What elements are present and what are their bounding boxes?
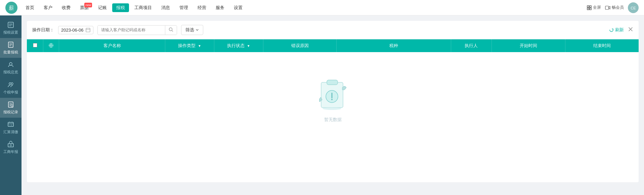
table-header: 客户名称 操作类型 ▼ 执行状态 ▼ 错误原因 税种 执行人 开始时间 [27, 39, 639, 52]
svg-rect-6 [605, 6, 609, 9]
date-label: 操作日期： [32, 27, 54, 33]
chevron-down-icon [196, 28, 199, 32]
toolbar: 操作日期： 2023-06-06 筛选 [27, 21, 639, 39]
close-button[interactable] [628, 27, 633, 33]
nav-service[interactable]: 服务 [212, 3, 228, 12]
svg-rect-16 [8, 144, 13, 147]
select-all-checkbox[interactable] [33, 43, 37, 47]
sidebar-item-settlement[interactable]: 汇算清缴 [0, 118, 22, 138]
nav-tax[interactable]: 报税 [112, 3, 129, 12]
member-label: 畅会员 [612, 5, 624, 10]
filter-label: 筛选 [185, 27, 194, 33]
user-avatar[interactable]: CE [628, 2, 639, 13]
nav-finance[interactable]: 经营 [194, 3, 210, 12]
svg-rect-5 [590, 8, 591, 10]
sidebar-label-tax-records: 报税记录 [3, 110, 18, 114]
filter-button[interactable]: 筛选 [181, 25, 203, 35]
svg-point-14 [11, 105, 13, 107]
th-executor: 执行人 [451, 39, 491, 52]
th-tax-type: 税种 [337, 39, 451, 52]
sidebar-item-tax-records[interactable]: 报税记录 [0, 98, 22, 118]
nav-settings[interactable]: 设置 [230, 3, 247, 12]
svg-rect-17 [10, 145, 11, 146]
calendar-icon [86, 28, 90, 32]
th-start-time: 开始时间 [492, 39, 565, 52]
nav-bizproject[interactable]: 工商项目 [130, 3, 156, 12]
sidebar-item-batch-tax[interactable]: 批量报税 [0, 38, 22, 58]
empty-illustration [313, 72, 353, 113]
annual-report-icon [7, 141, 14, 149]
svg-point-10 [9, 63, 12, 65]
nav-home[interactable]: 首页 [22, 3, 38, 12]
nav-right: 全屏 畅会员 CE [587, 2, 639, 13]
refresh-icon [609, 28, 614, 32]
sidebar-item-annual-report[interactable]: 工商年报 [0, 138, 22, 157]
date-picker[interactable]: 2023-06-06 [58, 26, 93, 34]
tax-summary-icon [7, 61, 14, 69]
refresh-button[interactable]: 刷新 [609, 27, 624, 33]
sidebar-label-settlement: 汇算清缴 [3, 130, 18, 134]
th-checkbox[interactable] [27, 39, 43, 52]
sidebar-label-annual-report: 工商年报 [3, 150, 18, 154]
nav-manage[interactable]: 管理 [175, 3, 192, 12]
empty-state: 暂无数据 [27, 52, 639, 136]
data-table: 客户名称 操作类型 ▼ 执行状态 ▼ 错误原因 税种 执行人 开始时间 [27, 39, 639, 52]
search-button[interactable] [165, 26, 177, 35]
close-icon [628, 27, 633, 32]
sidebar-label-tax-summary: 报税总览 [3, 70, 18, 74]
sidebar-label-batch-tax: 批量报税 [3, 50, 18, 54]
svg-point-20 [50, 44, 52, 46]
sidebar-label-tax-settings: 报税设置 [3, 30, 18, 35]
search-box [97, 25, 177, 35]
th-customer: 客户名称 [59, 39, 165, 52]
member-btn[interactable]: 畅会员 [605, 5, 624, 10]
th-end-time: 结束时间 [565, 39, 639, 52]
app-logo[interactable]: 薪 [5, 2, 17, 14]
new-badge: new [84, 3, 92, 7]
svg-point-25 [331, 99, 333, 100]
svg-rect-18 [86, 28, 90, 32]
nav-account[interactable]: 记账 [94, 3, 111, 12]
avatar-image: CE [628, 2, 639, 13]
settlement-icon [7, 121, 14, 129]
fullscreen-btn[interactable]: 全屏 [587, 5, 601, 10]
tax-settings-icon [7, 22, 14, 29]
svg-text:薪: 薪 [9, 5, 14, 11]
avatar-initials: CE [631, 6, 636, 10]
svg-rect-15 [8, 122, 13, 126]
page-panel: 操作日期： 2023-06-06 筛选 [27, 21, 639, 182]
fullscreen-icon [587, 5, 592, 10]
settings-icon [49, 43, 53, 48]
nav-items: 首页 客户 收费 票据 new 记账 报税 工商项目 消息 管理 经营 服务 设… [22, 3, 587, 12]
sidebar: 报税设置 批量报税 报税总览 个税申报 [0, 15, 22, 195]
svg-point-12 [11, 83, 13, 85]
sidebar-label-personal-tax: 个税申报 [3, 90, 18, 94]
th-op-type[interactable]: 操作类型 ▼ [165, 39, 214, 52]
fullscreen-label: 全屏 [593, 5, 601, 10]
svg-point-11 [9, 83, 11, 85]
refresh-label: 刷新 [615, 27, 624, 33]
top-nav: 薪 首页 客户 收费 票据 new 记账 报税 工商项目 消息 管理 经营 服务… [0, 0, 644, 15]
svg-rect-3 [590, 6, 591, 7]
exec-status-sort-icon: ▼ [247, 44, 250, 48]
main-content: 操作日期： 2023-06-06 筛选 [22, 15, 644, 195]
svg-rect-2 [587, 6, 589, 7]
th-settings[interactable] [43, 39, 59, 52]
th-error-reason: 错误原因 [263, 39, 337, 52]
th-exec-status[interactable]: 执行状态 ▼ [214, 39, 263, 52]
personal-tax-icon [7, 81, 14, 89]
nav-invoice[interactable]: 票据 new [76, 3, 93, 12]
svg-rect-23 [327, 80, 338, 85]
nav-message[interactable]: 消息 [157, 3, 174, 12]
video-icon [605, 5, 610, 10]
nav-billing[interactable]: 收费 [58, 3, 75, 12]
nav-customer[interactable]: 客户 [40, 3, 56, 12]
svg-rect-4 [587, 8, 589, 10]
sidebar-item-tax-summary[interactable]: 报税总览 [0, 58, 22, 78]
sidebar-item-tax-settings[interactable]: 报税设置 [0, 18, 22, 38]
search-icon [169, 27, 173, 32]
toolbar-right: 刷新 [609, 27, 633, 33]
table-container: 客户名称 操作类型 ▼ 执行状态 ▼ 错误原因 税种 执行人 开始时间 [27, 39, 639, 136]
search-input[interactable] [98, 26, 165, 34]
sidebar-item-personal-tax[interactable]: 个税申报 [0, 78, 22, 98]
